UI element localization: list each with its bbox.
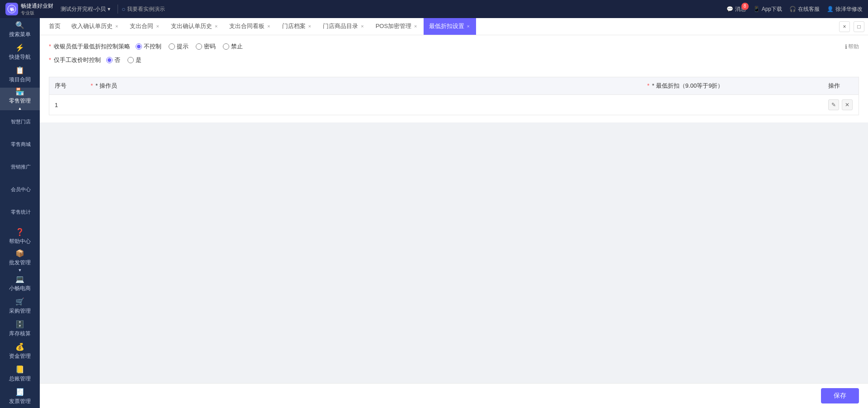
field1-option-remind-label: 提示 xyxy=(177,42,189,51)
sidebar-item-ledger[interactable]: 📒 总账管理 xyxy=(0,362,40,385)
topbar-right: 💬 消息 8 📱 App下载 🎧 在线客服 👤 徐泽华修改 xyxy=(726,5,863,13)
help-circle-icon: ℹ xyxy=(845,43,847,50)
tab-store-products[interactable]: 门店商品目录 × xyxy=(317,18,370,35)
row-seq: 1 xyxy=(49,95,85,115)
tab-payment-confirm-history[interactable]: 支出确认单历史 × xyxy=(165,18,224,35)
field1-option-password[interactable]: 密码 xyxy=(196,42,216,51)
topbar: 畅 畅捷通好业财 专业版 测试分开完程-小贝 ▾ ○ 我要看实例演示 💬 消息 … xyxy=(0,0,868,18)
tab-income-history[interactable]: 收入确认单历史 × xyxy=(66,18,124,35)
tab-min-discount-close[interactable]: × xyxy=(466,23,471,29)
ledger-icon: 📒 xyxy=(15,365,24,374)
app-label: App下载 xyxy=(762,5,782,13)
demo-link[interactable]: ○ 我要看实例演示 xyxy=(122,5,165,13)
help-text: 帮助 xyxy=(848,43,859,51)
required-mark-1: * xyxy=(49,43,51,50)
sidebar-item-label-help: 帮助中心 xyxy=(9,238,31,245)
search-icon: 🔍 xyxy=(15,21,24,29)
message-icon: 💬 xyxy=(726,6,733,12)
tab-payment-confirm-history-close[interactable]: × xyxy=(214,23,218,29)
sidebar-item-search[interactable]: 🔍 搜索菜单 xyxy=(0,18,40,41)
save-button[interactable]: 保存 xyxy=(821,388,859,403)
sidebar-item-marketing[interactable]: 营销推广 xyxy=(0,155,40,178)
col-header-seq: 序号 xyxy=(49,77,85,95)
field1-option-no-control-label: 不控制 xyxy=(144,42,161,51)
sidebar-item-project[interactable]: 📋 项目合同 xyxy=(0,63,40,86)
sidebar-item-label-ledger: 总账管理 xyxy=(9,375,31,383)
field1-option-forbid[interactable]: 禁止 xyxy=(223,42,243,51)
field2-label: * 仅手工改价时控制 xyxy=(49,56,101,64)
edit-row-button[interactable]: ✎ xyxy=(828,99,839,110)
invoice-icon: 🧾 xyxy=(15,388,24,396)
sidebar-item-purchase[interactable]: 🛒 采购管理 xyxy=(0,295,40,317)
sidebar-item-stats[interactable]: 零售统计 xyxy=(0,201,40,223)
project-selector[interactable]: 测试分开完程-小贝 ▾ xyxy=(57,4,114,15)
field2-option-yes[interactable]: 是 xyxy=(127,56,142,64)
delete-row-button[interactable]: ✕ xyxy=(842,99,853,110)
field2-option-yes-label: 是 xyxy=(136,56,142,64)
tab-payment-board-close[interactable]: × xyxy=(266,23,271,29)
app-download-item[interactable]: 📱 App下载 xyxy=(753,5,782,13)
sidebar-item-label-inventory: 库存核算 xyxy=(9,330,31,338)
sidebar-item-label-finance: 资金管理 xyxy=(9,352,31,360)
table-row: 1 ✎ ✕ xyxy=(49,95,859,115)
sidebar-item-inventory[interactable]: 🗄️ 库存核算 xyxy=(0,317,40,340)
sidebar-item-batch[interactable]: 📦 批发管理 ▼ xyxy=(0,249,40,272)
purchase-icon: 🛒 xyxy=(15,297,24,306)
sidebar-item-ecommerce[interactable]: 💻 小畅电商 xyxy=(0,272,40,295)
tab-restore-btn[interactable]: □ xyxy=(854,21,864,32)
batch-icon: 📦 xyxy=(15,249,24,258)
sidebar-item-help[interactable]: ❓ 帮助中心 xyxy=(0,225,40,248)
sidebar-item-label-batch: 批发管理 xyxy=(9,259,31,267)
project-icon: 📋 xyxy=(15,66,24,75)
sidebar-item-label-member: 会员中心 xyxy=(11,186,31,193)
tab-store-file-close[interactable]: × xyxy=(307,23,312,29)
tab-payment-contract-label: 支出合同 xyxy=(130,22,153,30)
sidebar-item-online-store[interactable]: 零售商城 xyxy=(0,133,40,155)
field1-option-no-control[interactable]: 不控制 xyxy=(136,42,161,51)
logo-area: 畅 畅捷通好业财 专业版 xyxy=(5,2,53,16)
sidebar-item-label-ecommerce: 小畅电商 xyxy=(9,285,31,292)
sidebar-item-smart-store[interactable]: 智慧门店 xyxy=(0,110,40,133)
tab-income-history-close[interactable]: × xyxy=(114,23,119,29)
tab-home[interactable]: 首页 xyxy=(43,18,66,35)
topbar-left: 畅 畅捷通好业财 专业版 测试分开完程-小贝 ▾ ○ 我要看实例演示 xyxy=(5,2,165,16)
sidebar-item-label-purchase: 采购管理 xyxy=(9,307,31,315)
sidebar-item-label-smart-store: 智慧门店 xyxy=(11,118,31,125)
sidebar-item-label-search: 搜索菜单 xyxy=(9,31,31,38)
tab-payment-contract-close[interactable]: × xyxy=(155,23,160,29)
sidebar-item-finance[interactable]: 💰 资金管理 xyxy=(0,340,40,362)
tab-store-file[interactable]: 门店档案 × xyxy=(277,18,317,35)
data-table: 序号 * * 操作员 * * 最低折扣（9.00等于9折） 操作 xyxy=(49,77,859,115)
user-avatar-icon: 👤 xyxy=(827,6,834,12)
field1-option-forbid-label: 禁止 xyxy=(231,42,243,51)
user-item[interactable]: 👤 徐泽华修改 xyxy=(827,5,863,13)
field1-option-remind[interactable]: 提示 xyxy=(169,42,189,51)
logo-text: 畅捷通好业财 专业版 xyxy=(21,2,53,16)
action-buttons: ✎ ✕ xyxy=(828,99,854,110)
message-item[interactable]: 💬 消息 8 xyxy=(726,5,746,13)
tab-bar-actions: × □ xyxy=(839,21,864,32)
edit-icon: ✎ xyxy=(831,102,836,108)
dropdown-icon: ▾ xyxy=(108,6,110,12)
row-operator xyxy=(85,95,642,115)
tab-payment-contract[interactable]: 支出合同 × xyxy=(124,18,165,35)
tab-store-products-close[interactable]: × xyxy=(360,23,364,29)
tab-payment-board[interactable]: 支出合同看板 × xyxy=(224,18,276,35)
tab-close-btn[interactable]: × xyxy=(839,21,850,32)
sidebar-item-shortcut[interactable]: ⚡ 快捷导航 xyxy=(0,41,40,63)
tab-pos-password-close[interactable]: × xyxy=(413,23,418,29)
form-row-2: * 仅手工改价时控制 否 是 xyxy=(49,56,859,64)
tab-pos-password[interactable]: POS加密管理 × xyxy=(370,18,424,35)
app-icon: 📱 xyxy=(753,6,760,12)
tab-min-discount[interactable]: 最低折扣设置 × xyxy=(424,18,476,35)
sidebar-item-retail[interactable]: 🏪 零售管理 ▲ xyxy=(0,88,40,110)
help-icon: ❓ xyxy=(15,228,24,236)
table-section: 序号 * * 操作员 * * 最低折扣（9.00等于9折） 操作 xyxy=(40,77,868,122)
field2-option-no[interactable]: 否 xyxy=(106,56,120,64)
help-link[interactable]: ℹ 帮助 xyxy=(845,43,859,51)
service-item[interactable]: 🎧 在线客服 xyxy=(789,5,820,13)
tab-bar: 首页 收入确认单历史 × 支出合同 × 支出确认单历史 × 支出合同看板 × 门… xyxy=(40,18,868,35)
sidebar-item-invoice[interactable]: 🧾 发票管理 xyxy=(0,385,40,408)
table-header: 序号 * * 操作员 * * 最低折扣（9.00等于9折） 操作 xyxy=(49,77,859,95)
sidebar-item-member[interactable]: 会员中心 xyxy=(0,178,40,201)
